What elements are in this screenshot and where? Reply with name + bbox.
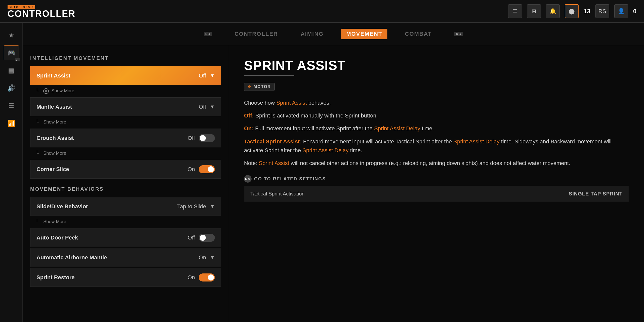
info-badge: ⚙ MOTOR	[244, 83, 275, 91]
sprint-restore-toggle-knob	[208, 274, 214, 280]
auto-door-peek-right: Off	[188, 234, 215, 242]
sidebar: ★ 🎮 LT ▤ 🔊 ☰ 📶	[0, 23, 23, 322]
sprint-assist-show-more[interactable]: └ ✕ Show More	[30, 86, 221, 96]
corner-slice-right: On	[188, 165, 215, 173]
badge-label: MOTOR	[254, 85, 271, 89]
sub-indent-icon3: └	[35, 150, 39, 156]
sidebar-item-list[interactable]: ☰	[4, 98, 19, 113]
related-row-tactical-sprint-value: SINGLE TAP SPRINT	[569, 191, 623, 197]
user-icon-btn[interactable]: 👤	[614, 4, 628, 18]
sidebar-item-wifi[interactable]: 📶	[4, 116, 19, 131]
crouch-assist-toggle-knob	[200, 135, 206, 141]
crouch-assist-toggle[interactable]	[199, 134, 215, 142]
sidebar-item-favorites[interactable]: ★	[4, 28, 19, 43]
sub-indent-icon2: └	[35, 119, 39, 125]
tab-aiming[interactable]: AIMING	[296, 29, 329, 39]
slide-show-more-label: Show More	[43, 219, 66, 224]
sidebar-item-sound[interactable]: 🔊	[4, 80, 19, 96]
sprint-assist-ref: Sprint Assist	[276, 100, 307, 106]
info-title: Sprint Assist	[244, 58, 629, 73]
related-row-tactical-sprint-label: Tactical Sprint Activation	[250, 191, 305, 197]
mantle-assist-label: Mantle Assist	[36, 104, 72, 110]
related-label: RS GO TO RELATED SETTINGS	[244, 175, 629, 183]
auto-airborne-mantle-right: On ▼	[199, 254, 215, 261]
mantle-assist-chevron: ▼	[210, 104, 215, 110]
auto-airborne-chevron: ▼	[210, 255, 215, 260]
mantle-assist-show-more[interactable]: └ Show More	[30, 117, 221, 127]
section1-title: INTELLIGENT MOVEMENT	[30, 55, 221, 61]
menu-icon-btn[interactable]: ☰	[508, 4, 522, 18]
info-desc-intro: Choose how Sprint Assist behaves.	[244, 98, 629, 107]
tab-navigation: LB CONTROLLER AIMING MOVEMENT COMBAT RB	[23, 23, 644, 45]
sidebar-item-controller[interactable]: 🎮 LT	[4, 45, 19, 60]
note-sprint-ref: Sprint Assist	[259, 160, 289, 166]
show-more-x-icon: ✕	[43, 88, 49, 94]
sidebar-item-grid[interactable]: ▤	[4, 63, 19, 78]
setting-row-auto-airborne-mantle[interactable]: Automatic Airborne Mantle On ▼	[30, 248, 221, 267]
slide-dive-chevron: ▼	[210, 204, 215, 209]
sprint-assist-label: Sprint Assist	[36, 72, 70, 79]
tsa-label: Tactical Sprint Assist:	[244, 138, 302, 145]
topbar-count: 13	[584, 8, 590, 15]
profile-icon-btn[interactable]: ⬤	[565, 4, 579, 18]
settings-panel: INTELLIGENT MOVEMENT Sprint Assist Off ▼…	[23, 45, 229, 322]
setting-row-mantle-assist[interactable]: Mantle Assist Off ▼	[30, 97, 221, 116]
corner-slice-toggle[interactable]	[199, 165, 215, 173]
sprint-assist-right: Off ▼	[199, 72, 215, 79]
slide-dive-show-more[interactable]: └ Show More	[30, 217, 221, 227]
rs-btn[interactable]: RS	[595, 4, 609, 18]
logo-area: BLACK OPS 6 CONTROLLER	[8, 4, 75, 18]
sub-indent-icon: └	[35, 88, 39, 94]
setting-row-corner-slice[interactable]: Corner Slice On	[30, 160, 221, 179]
crouch-show-more-label: Show More	[43, 151, 66, 156]
tab-movement[interactable]: MOVEMENT	[341, 29, 387, 39]
off-label: Off:	[244, 112, 254, 119]
tab-lb-badge: LB	[204, 32, 212, 36]
slide-dive-label: Slide/Dive Behavior	[36, 203, 88, 210]
tab-rb[interactable]: RB	[449, 30, 468, 38]
topbar: BLACK OPS 6 CONTROLLER ☰ ⊞ 🔔 ⬤ 13 RS 👤 0	[0, 0, 644, 23]
sprint-assist-value: Off	[199, 72, 206, 79]
setting-row-sprint-assist[interactable]: Sprint Assist Off ▼	[30, 66, 221, 85]
crouch-assist-show-more[interactable]: └ Show More	[30, 148, 221, 158]
on-label: On:	[244, 125, 254, 132]
sprint-assist-chevron: ▼	[210, 73, 215, 78]
tab-combat[interactable]: COMBAT	[400, 29, 437, 39]
topbar-zero: 0	[633, 8, 636, 15]
motor-icon: ⚙	[248, 85, 252, 89]
tab-lb[interactable]: LB	[199, 30, 217, 38]
logo-section: CONTROLLER	[8, 9, 75, 18]
related-row-tactical-sprint[interactable]: Tactical Sprint Activation SINGLE TAP SP…	[244, 186, 629, 202]
setting-row-crouch-assist[interactable]: Crouch Assist Off	[30, 129, 221, 147]
sprint-restore-value: On	[188, 274, 195, 281]
setting-row-slide-dive[interactable]: Slide/Dive Behavior Tap to Slide ▼	[30, 197, 221, 216]
auto-door-peek-toggle[interactable]	[199, 234, 215, 242]
sub-indent-icon4: └	[35, 219, 39, 225]
auto-door-peek-toggle-knob	[200, 235, 206, 241]
section2-title: MOVEMENT BEHAVIORS	[30, 186, 221, 192]
slide-dive-right: Tap to Slide ▼	[177, 203, 215, 210]
info-divider	[244, 75, 294, 76]
tab-controller[interactable]: CONTROLLER	[229, 29, 283, 39]
setting-row-auto-door-peek[interactable]: Auto Door Peek Off	[30, 228, 221, 247]
setting-row-sprint-restore[interactable]: Sprint Restore On	[30, 268, 221, 287]
corner-slice-toggle-knob	[208, 166, 214, 172]
sprint-restore-right: On	[188, 273, 215, 281]
corner-slice-value: On	[188, 166, 195, 173]
bell-icon-btn[interactable]: 🔔	[546, 4, 560, 18]
auto-door-peek-value: Off	[188, 234, 195, 241]
slide-dive-value: Tap to Slide	[177, 203, 206, 210]
mantle-assist-right: Off ▼	[199, 104, 215, 110]
main-content: INTELLIGENT MOVEMENT Sprint Assist Off ▼…	[23, 45, 644, 322]
info-desc-note: Note: Sprint Assist will not cancel othe…	[244, 159, 629, 168]
corner-slice-label: Corner Slice	[36, 166, 69, 173]
tab-rb-badge: RB	[454, 32, 463, 36]
mantle-assist-value: Off	[199, 104, 206, 110]
sprint-restore-toggle[interactable]	[199, 273, 215, 281]
crouch-assist-value: Off	[188, 135, 195, 141]
topbar-icons: ☰ ⊞ 🔔 ⬤ 13 RS 👤 0	[508, 4, 636, 18]
auto-door-peek-label: Auto Door Peek	[36, 234, 78, 241]
crouch-assist-label: Crouch Assist	[36, 135, 74, 141]
info-desc-on: On: Full movement input will activate Sp…	[244, 124, 629, 133]
grid-icon-btn[interactable]: ⊞	[527, 4, 541, 18]
